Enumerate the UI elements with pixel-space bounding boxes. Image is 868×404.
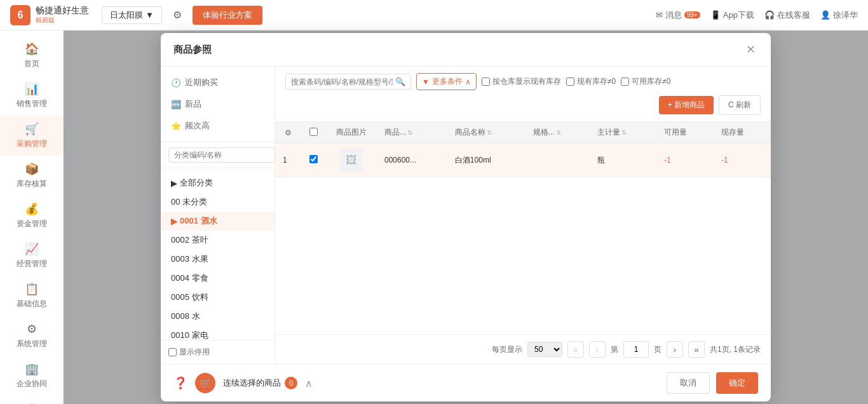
category-water[interactable]: 0008 水 bbox=[161, 307, 275, 326]
sidebar-label-basic: 基础信息 bbox=[17, 299, 47, 309]
logo-area: 6 畅捷通好生意 精易版 bbox=[10, 5, 89, 25]
th-stock[interactable]: 现存量 bbox=[714, 122, 771, 144]
th-name[interactable]: 商品名称⇅ bbox=[447, 122, 526, 144]
category-search-input[interactable] bbox=[168, 147, 275, 163]
show-disabled-input[interactable] bbox=[168, 348, 177, 356]
search-magnifier-icon[interactable]: 🔍 bbox=[395, 77, 405, 86]
purchase-icon: 🛒 bbox=[25, 122, 39, 136]
basic-icon: 📋 bbox=[25, 282, 39, 296]
product-table: ⚙ 商品图片 商品...⇅ 商品名称⇅ bbox=[275, 122, 771, 177]
last-page-btn[interactable]: » bbox=[688, 341, 705, 358]
show-disabled-checkbox[interactable]: 显示停用 bbox=[168, 347, 210, 358]
category-beverage[interactable]: 0005 饮料 bbox=[161, 288, 275, 307]
page-size-select[interactable]: 50 20 100 bbox=[527, 342, 562, 357]
message-btn[interactable]: ✉ 消息 99+ bbox=[656, 10, 700, 21]
selected-count-badge: 0 bbox=[285, 377, 297, 389]
sidebar-item-home[interactable]: 🏠 首页 bbox=[0, 36, 63, 76]
nav-right: ✉ 消息 99+ 📱 App下载 🎧 在线客服 👤 徐泽华 bbox=[656, 10, 858, 21]
cancel-button[interactable]: 取消 bbox=[667, 372, 710, 394]
available-nonzero-checkbox[interactable]: 可用库存≠0 bbox=[621, 76, 670, 87]
modal-close-button[interactable]: ✕ bbox=[743, 42, 758, 57]
category-fruit[interactable]: 0003 水果 bbox=[161, 250, 275, 269]
sidebar-label-inventory: 库存核算 bbox=[17, 178, 47, 189]
new-products-item[interactable]: 🆕 新品 bbox=[161, 93, 275, 115]
row-name: 白酒100ml bbox=[447, 144, 526, 177]
sidebar-item-sales[interactable]: 📊 销售管理 bbox=[0, 76, 63, 116]
product-reference-modal: 商品参照 ✕ 🕐 近期购买 🆕 bbox=[161, 33, 771, 401]
sales-icon: 📊 bbox=[25, 82, 39, 96]
product-table-wrapper: ⚙ 商品图片 商品...⇅ 商品名称⇅ bbox=[275, 122, 771, 334]
product-thumbnail: 🖼 bbox=[340, 149, 363, 172]
sidebar-item-system[interactable]: ⚙ 系统管理 bbox=[0, 316, 63, 356]
sidebar-item-finance[interactable]: 💰 资金管理 bbox=[0, 196, 63, 236]
row-available: -1 bbox=[656, 144, 714, 177]
new-icon: 🆕 bbox=[171, 100, 181, 109]
sidebar: 🏠 首页 📊 销售管理 🛒 采购管理 📦 库存核算 💰 资金管理 📈 经营管理 … bbox=[0, 30, 64, 404]
prev-page-btn[interactable]: ‹ bbox=[589, 341, 606, 358]
row-unit: 瓶 bbox=[590, 144, 656, 177]
th-spec[interactable]: 规格...⇅ bbox=[526, 122, 590, 144]
stock-nonzero-input[interactable] bbox=[566, 77, 574, 86]
cart-button[interactable]: 🛒 bbox=[195, 373, 215, 393]
chevron-up-icon: ∧ bbox=[465, 77, 471, 86]
help-icon[interactable]: ❓ bbox=[173, 376, 187, 390]
first-page-btn[interactable]: « bbox=[567, 341, 584, 358]
th-settings: ⚙ bbox=[275, 122, 301, 144]
inventory-icon: 📦 bbox=[25, 162, 39, 176]
category-all[interactable]: ▶ 全部分类 bbox=[161, 173, 275, 192]
user-btn[interactable]: 👤 徐泽华 bbox=[820, 10, 858, 21]
frequent-item[interactable]: ⭐ 频次高 bbox=[161, 115, 275, 137]
sidebar-item-enterprise[interactable]: 🏢 企业协同 bbox=[0, 356, 63, 396]
filter-icon: ▼ bbox=[422, 77, 430, 86]
toolbar-right: + 新增商品 C 刷新 bbox=[659, 95, 761, 115]
recent-purchase-item[interactable]: 🕐 近期购买 bbox=[161, 72, 275, 93]
category-uncategorized[interactable]: 00 未分类 bbox=[161, 192, 275, 212]
next-page-btn[interactable]: › bbox=[667, 341, 683, 358]
category-electronics[interactable]: 0010 家电 bbox=[161, 326, 275, 340]
collapse-footer-icon[interactable]: ∧ bbox=[305, 377, 313, 389]
add-product-btn[interactable]: + 新增商品 bbox=[659, 96, 714, 114]
trial-btn[interactable]: 体验行业方案 bbox=[193, 6, 262, 25]
category-tea[interactable]: 0002 茶叶 bbox=[161, 231, 275, 250]
available-nonzero-input[interactable] bbox=[621, 77, 629, 86]
continuous-label: 连续选择的商品 0 bbox=[223, 377, 297, 389]
row-select-checkbox[interactable] bbox=[309, 155, 318, 163]
modal-title: 商品参照 bbox=[173, 44, 212, 56]
product-search-input[interactable] bbox=[291, 77, 393, 86]
warehouse-stock-input[interactable] bbox=[482, 77, 490, 86]
sidebar-item-inventory[interactable]: 📦 库存核算 bbox=[0, 156, 63, 196]
enterprise-icon: 🏢 bbox=[25, 362, 39, 376]
sidebar-label-operation: 经营管理 bbox=[17, 259, 47, 269]
main-layout: 🏠 首页 📊 销售管理 🛒 采购管理 📦 库存核算 💰 资金管理 📈 经营管理 … bbox=[0, 30, 868, 404]
row-checkbox bbox=[301, 144, 326, 177]
page-prefix-label: 第 bbox=[611, 344, 618, 355]
sidebar-item-basic[interactable]: 📋 基础信息 bbox=[0, 276, 63, 316]
sidebar-item-purchase[interactable]: 🛒 采购管理 bbox=[0, 116, 63, 156]
app-download-btn[interactable]: 📱 App下载 bbox=[710, 10, 754, 21]
page-number-input[interactable] bbox=[623, 341, 649, 358]
sidebar-label-sales: 销售管理 bbox=[17, 98, 47, 109]
th-available[interactable]: 可用量 bbox=[656, 122, 714, 144]
sidebar-item-guide[interactable]: 🌟 新手引导 bbox=[0, 396, 63, 404]
row-num: 1 bbox=[275, 144, 301, 177]
sidebar-item-operation[interactable]: 📈 经营管理 bbox=[0, 236, 63, 276]
refresh-btn[interactable]: C 刷新 bbox=[719, 95, 761, 115]
more-filter-btn[interactable]: ▼ 更多条件 ∧ bbox=[416, 73, 477, 90]
confirm-button[interactable]: 确定 bbox=[716, 372, 758, 394]
online-service-btn[interactable]: 🎧 在线客服 bbox=[764, 10, 810, 21]
table-header-row: ⚙ 商品图片 商品...⇅ 商品名称⇅ bbox=[275, 122, 771, 144]
category-liquor[interactable]: ▶ 0001 酒水 bbox=[161, 212, 275, 231]
select-all-checkbox[interactable] bbox=[309, 128, 318, 136]
show-disabled-area: 显示停用 bbox=[161, 340, 275, 364]
branch-selector[interactable]: 日太阳膜 ▼ bbox=[102, 6, 162, 24]
warehouse-stock-checkbox[interactable]: 按仓库显示现有库存 bbox=[482, 76, 561, 87]
th-unit[interactable]: 主计量⇅ bbox=[590, 122, 656, 144]
settings-icon[interactable]: ⚙ bbox=[167, 5, 187, 25]
table-row[interactable]: 1 🖼 000600... 白酒100ml 瓶 bbox=[275, 144, 771, 177]
category-snacks[interactable]: 0004 零食 bbox=[161, 269, 275, 288]
th-code[interactable]: 商品...⇅ bbox=[377, 122, 447, 144]
product-search-box: 🔍 bbox=[285, 74, 411, 90]
sidebar-label-purchase: 采购管理 bbox=[17, 138, 47, 149]
th-checkbox bbox=[301, 122, 326, 144]
stock-nonzero-checkbox[interactable]: 现有库存≠0 bbox=[566, 76, 616, 87]
